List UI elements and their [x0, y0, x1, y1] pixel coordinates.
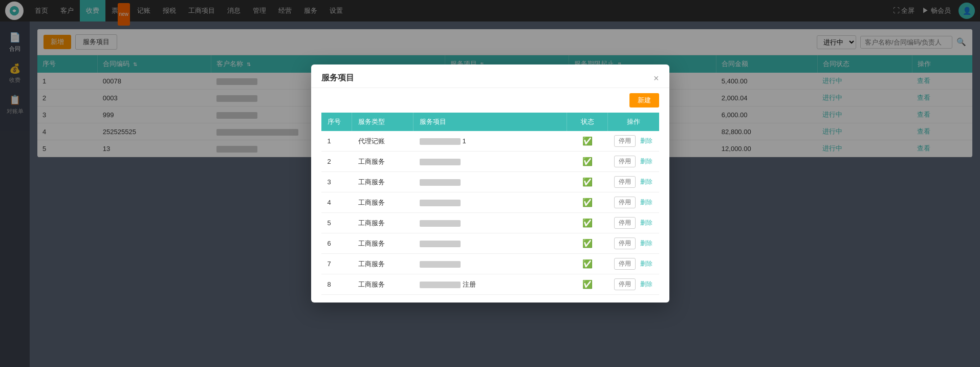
modal-body: 序号 服务类型 服务项目 状态 操作 1 代理记账 1 ✅ 停用 删除: [311, 113, 669, 303]
modal-cell-status: ✅: [567, 172, 608, 192]
modal-cell-seq: 5: [321, 213, 352, 233]
delete-button[interactable]: 删除: [640, 178, 652, 186]
modal-cell-seq: 2: [321, 152, 352, 172]
status-check-icon: ✅: [582, 280, 593, 289]
modal-cell-servicetype: 工商服务: [352, 213, 413, 233]
modal-table: 序号 服务类型 服务项目 状态 操作 1 代理记账 1 ✅ 停用 删除: [321, 113, 659, 295]
modal-th-seq: 序号: [321, 113, 352, 131]
modal-cell-servicetype: 代理记账: [352, 131, 413, 152]
modal-th-action: 操作: [608, 113, 659, 131]
modal-cell-status: ✅: [567, 274, 608, 295]
list-item: 1 代理记账 1 ✅ 停用 删除: [321, 131, 659, 152]
delete-button[interactable]: 删除: [640, 239, 652, 248]
list-item: 8 工商服务 注册 ✅ 停用 删除: [321, 274, 659, 295]
list-item: 4 工商服务 ✅ 停用 删除: [321, 192, 659, 213]
modal-cell-status: ✅: [567, 192, 608, 213]
status-check-icon: ✅: [582, 239, 593, 248]
list-item: 6 工商服务 ✅ 停用 删除: [321, 233, 659, 254]
stop-button[interactable]: 停用: [614, 156, 636, 167]
modal-cell-seq: 8: [321, 274, 352, 295]
modal-cell-action: 停用 删除: [608, 172, 659, 192]
delete-button[interactable]: 删除: [640, 198, 652, 207]
modal-cell-action: 停用 删除: [608, 274, 659, 295]
modal-cell-status: ✅: [567, 213, 608, 233]
modal-cell-serviceitem: [413, 172, 567, 192]
modal-title: 服务项目: [321, 73, 354, 83]
modal-cell-action: 停用 删除: [608, 192, 659, 213]
modal-cell-servicetype: 工商服务: [352, 254, 413, 274]
delete-button[interactable]: 删除: [640, 137, 652, 145]
modal-th-servicetype: 服务类型: [352, 113, 413, 131]
modal-cell-action: 停用 删除: [608, 254, 659, 274]
modal-cell-servicetype: 工商服务: [352, 192, 413, 213]
list-item: 2 工商服务 ✅ 停用 删除: [321, 152, 659, 172]
service-item-modal: 服务项目 × 新建 序号 服务类型 服务项目 状态 操作 1: [311, 64, 669, 303]
modal-cell-action: 停用 删除: [608, 233, 659, 254]
stop-button[interactable]: 停用: [614, 258, 636, 270]
status-check-icon: ✅: [582, 178, 593, 186]
list-item: 3 工商服务 ✅ 停用 删除: [321, 172, 659, 192]
modal-toolbar: 新建: [311, 88, 669, 113]
modal-cell-serviceitem: [413, 152, 567, 172]
list-item: 5 工商服务 ✅ 停用 删除: [321, 213, 659, 233]
modal-cell-seq: 3: [321, 172, 352, 192]
modal-cell-action: 停用 删除: [608, 152, 659, 172]
modal-new-button[interactable]: 新建: [629, 93, 659, 107]
modal-cell-serviceitem: [413, 254, 567, 274]
status-check-icon: ✅: [582, 137, 593, 145]
modal-cell-seq: 4: [321, 192, 352, 213]
modal-cell-servicetype: 工商服务: [352, 233, 413, 254]
stop-button[interactable]: 停用: [614, 238, 636, 249]
modal-th-serviceitem: 服务项目: [413, 113, 567, 131]
modal-cell-serviceitem: 注册: [413, 274, 567, 295]
modal-cell-status: ✅: [567, 254, 608, 274]
status-check-icon: ✅: [582, 219, 593, 227]
modal-close-button[interactable]: ×: [654, 74, 659, 83]
delete-button[interactable]: 删除: [640, 280, 652, 289]
modal-cell-status: ✅: [567, 233, 608, 254]
stop-button[interactable]: 停用: [614, 197, 636, 208]
modal-cell-status: ✅: [567, 131, 608, 152]
modal-cell-serviceitem: [413, 192, 567, 213]
modal-overlay[interactable]: 服务项目 × 新建 序号 服务类型 服务项目 状态 操作 1: [0, 0, 980, 367]
delete-button[interactable]: 删除: [640, 219, 652, 227]
status-check-icon: ✅: [582, 157, 593, 166]
list-item: 7 工商服务 ✅ 停用 删除: [321, 254, 659, 274]
status-check-icon: ✅: [582, 260, 593, 268]
stop-button[interactable]: 停用: [614, 217, 636, 229]
modal-cell-servicetype: 工商服务: [352, 172, 413, 192]
status-check-icon: ✅: [582, 198, 593, 207]
modal-cell-servicetype: 工商服务: [352, 274, 413, 295]
modal-cell-seq: 7: [321, 254, 352, 274]
modal-cell-status: ✅: [567, 152, 608, 172]
modal-cell-serviceitem: [413, 213, 567, 233]
stop-button[interactable]: 停用: [614, 176, 636, 188]
stop-button[interactable]: 停用: [614, 278, 636, 290]
delete-button[interactable]: 删除: [640, 157, 652, 166]
modal-cell-action: 停用 删除: [608, 213, 659, 233]
modal-cell-action: 停用 删除: [608, 131, 659, 152]
modal-cell-seq: 1: [321, 131, 352, 152]
delete-button[interactable]: 删除: [640, 260, 652, 268]
modal-cell-serviceitem: [413, 233, 567, 254]
modal-header: 服务项目 ×: [311, 64, 669, 88]
modal-cell-serviceitem: 1: [413, 131, 567, 152]
modal-cell-seq: 6: [321, 233, 352, 254]
modal-th-status: 状态: [567, 113, 608, 131]
stop-button[interactable]: 停用: [614, 135, 636, 147]
modal-cell-servicetype: 工商服务: [352, 152, 413, 172]
